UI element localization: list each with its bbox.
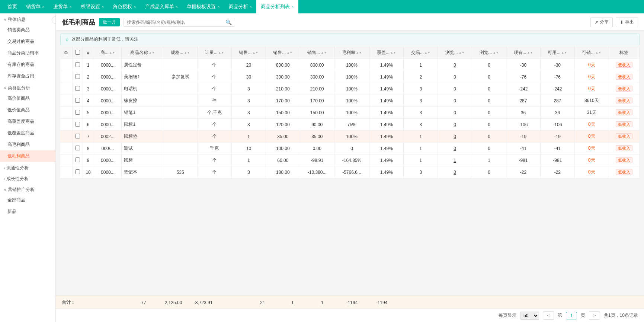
sidebar-item-category-rate[interactable]: 商品分类助销率: [0, 47, 55, 59]
per-page-select[interactable]: 50 100 200: [520, 312, 539, 320]
row-checkbox[interactable]: [72, 107, 83, 119]
sidebar-item-stock-capital[interactable]: 库存资金占用: [0, 70, 55, 82]
export-button[interactable]: ⬇ 导出: [616, 17, 638, 27]
sidebar-item-new-goods[interactable]: 新品: [0, 206, 55, 217]
col-sellable[interactable]: 可销... ▲▼: [574, 47, 609, 59]
col-sales-price[interactable]: 销售... ▲▼: [266, 47, 300, 59]
col-gross-margin[interactable]: 毛利率 ▲▼: [334, 47, 369, 59]
sidebar-group-overall[interactable]: ∨ 整体信息: [0, 13, 55, 24]
row-checkbox[interactable]: [72, 59, 83, 71]
nav-product-analysis-list[interactable]: 商品分析列表 ×: [256, 0, 298, 13]
nav-purchase-order[interactable]: 进货单 ×: [49, 0, 76, 13]
row-checkbox[interactable]: [72, 166, 83, 178]
col-sales-qty[interactable]: 销售... ▲▼: [231, 47, 266, 59]
col-sales-amount[interactable]: 销售... ▲▼: [300, 47, 334, 59]
row-views1[interactable]: 0: [438, 131, 472, 143]
next-page-button[interactable]: ＞: [589, 311, 600, 320]
row-views1[interactable]: 0: [438, 119, 472, 131]
close-icon[interactable]: ×: [217, 4, 220, 9]
sidebar-item-sales-goods[interactable]: 销售类商品: [0, 24, 55, 36]
period-button[interactable]: 近一月: [99, 18, 120, 26]
col-unit[interactable]: 计量... ▲▼: [198, 47, 232, 59]
nav-role-auth[interactable]: 角色授权 ×: [108, 0, 140, 13]
row-views1[interactable]: 0: [438, 71, 472, 83]
close-icon[interactable]: ×: [102, 4, 104, 9]
col-transactions[interactable]: 交易... ▲▼: [404, 47, 438, 59]
sort-icon[interactable]: ▲▼: [390, 51, 396, 54]
col-settings[interactable]: ⚙: [60, 47, 72, 59]
sort-icon[interactable]: ▲▼: [184, 51, 190, 54]
sort-icon[interactable]: ▲▼: [493, 51, 499, 54]
sort-icon[interactable]: ▲▼: [527, 51, 533, 54]
prev-page-button[interactable]: ＜: [543, 311, 554, 320]
row-settings[interactable]: [60, 59, 72, 71]
nav-product-analysis[interactable]: 商品分析 ×: [224, 0, 256, 13]
close-icon[interactable]: ×: [176, 4, 178, 9]
sidebar-item-stocked-goods[interactable]: 有库存的商品: [0, 59, 55, 70]
close-icon[interactable]: ×: [42, 4, 44, 9]
sidebar-item-low-margin[interactable]: 低毛利商品: [0, 150, 55, 162]
sort-icon[interactable]: ▲▼: [561, 51, 567, 54]
row-views1[interactable]: 0: [438, 83, 472, 95]
row-settings[interactable]: [60, 95, 72, 107]
close-icon[interactable]: ×: [291, 4, 294, 9]
row-settings[interactable]: [60, 143, 72, 154]
row-checkbox[interactable]: [72, 71, 83, 83]
row-views1[interactable]: 0: [438, 143, 472, 154]
col-checkbox[interactable]: [72, 47, 83, 59]
col-views2[interactable]: 浏览... ▲▼: [472, 47, 506, 59]
sidebar-item-high-value[interactable]: 高价值商品: [0, 93, 55, 104]
row-checkbox[interactable]: [72, 95, 83, 107]
col-spec[interactable]: 规格... ▲▼: [163, 47, 198, 59]
share-button[interactable]: ↗ 分享: [590, 17, 613, 27]
sidebar-item-low-coverage[interactable]: 低覆盖度商品: [0, 127, 55, 139]
sidebar-item-low-value[interactable]: 低价值商品: [0, 104, 55, 116]
row-settings[interactable]: [60, 166, 72, 178]
sort-icon[interactable]: ▲▼: [218, 51, 224, 54]
row-checkbox[interactable]: [72, 83, 83, 95]
sidebar-group-circulation[interactable]: › 流通性分析: [0, 162, 55, 173]
row-views1[interactable]: 1: [438, 154, 472, 166]
row-settings[interactable]: [60, 71, 72, 83]
col-current-stock[interactable]: 现有... ▲▼: [506, 47, 541, 59]
col-available[interactable]: 可用... ▲▼: [540, 47, 574, 59]
row-settings[interactable]: [60, 107, 72, 119]
sort-icon[interactable]: ▲▼: [252, 51, 258, 54]
row-views1[interactable]: 0: [438, 107, 472, 119]
close-icon[interactable]: ×: [69, 4, 71, 9]
row-checkbox[interactable]: [72, 131, 83, 143]
sidebar-item-all-goods[interactable]: 全部商品: [0, 194, 55, 206]
sort-icon[interactable]: ▲▼: [595, 51, 601, 54]
row-settings[interactable]: [60, 154, 72, 166]
row-checkbox[interactable]: [72, 119, 83, 131]
sort-icon[interactable]: ▲▼: [459, 51, 465, 54]
sidebar-group-marketing[interactable]: ∨ 营销推广分析: [0, 184, 55, 194]
col-coverage[interactable]: 覆盖... ▲▼: [369, 47, 404, 59]
sidebar-group-growth[interactable]: › 成长性分析: [0, 173, 55, 184]
search-input[interactable]: [127, 20, 225, 25]
nav-home[interactable]: 首页: [3, 0, 22, 13]
sort-icon[interactable]: ▲▼: [321, 51, 327, 54]
select-all-checkbox[interactable]: [75, 50, 80, 55]
row-views1[interactable]: 0: [438, 95, 472, 107]
row-settings[interactable]: [60, 119, 72, 131]
settings-icon[interactable]: ⚙: [64, 50, 68, 55]
sidebar-item-high-coverage[interactable]: 高覆盖度商品: [0, 116, 55, 127]
row-settings[interactable]: [60, 131, 72, 143]
search-icon[interactable]: 🔍: [225, 19, 232, 25]
sidebar-group-cluster[interactable]: ∨ 类群度分析: [0, 82, 55, 93]
sort-icon[interactable]: ▲▼: [149, 51, 155, 54]
row-settings[interactable]: [60, 83, 72, 95]
nav-sales-order[interactable]: 销货单 ×: [22, 0, 49, 13]
sort-icon[interactable]: ▲▼: [286, 51, 292, 54]
sort-icon[interactable]: ▲▼: [109, 51, 115, 54]
col-code[interactable]: 商... ▲▼: [94, 47, 122, 59]
row-views1[interactable]: 0: [438, 166, 472, 178]
close-icon[interactable]: ×: [134, 4, 136, 9]
sidebar-item-traded-goods[interactable]: 交易过的商品: [0, 36, 55, 47]
nav-finished-goods[interactable]: 产成品入库单 ×: [141, 0, 182, 13]
col-tag[interactable]: 标签: [609, 47, 639, 59]
close-icon[interactable]: ×: [250, 4, 252, 9]
sort-icon[interactable]: ▲▼: [424, 51, 430, 54]
nav-permission-settings[interactable]: 权限设置 ×: [76, 0, 108, 13]
